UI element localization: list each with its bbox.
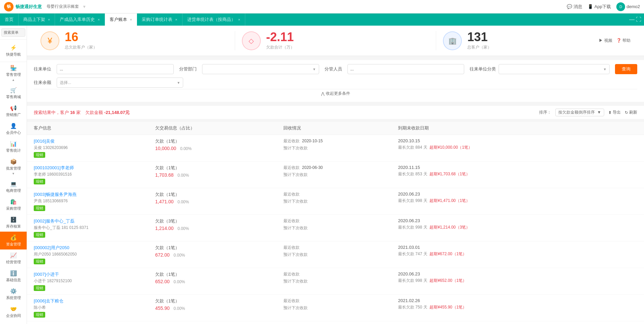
collect-info-cell: 最近收款 预计下次收款 — [283, 271, 398, 284]
sidebar-item-retail-mgmt[interactable]: 🏪 零售管理 ▲ — [0, 62, 27, 84]
overdue-link[interactable]: 超期¥652.00（1笔） — [429, 278, 467, 283]
collapse-btn[interactable]: ⋀ 收起更多条件 — [34, 89, 637, 98]
debt-amount-row: 672.00 0.00% — [155, 252, 283, 258]
table-row: [000002]用户2050 用户2050 18665062050 现销 欠款（… — [27, 241, 644, 268]
customer-code[interactable]: [0001020001]李老师 — [34, 165, 155, 171]
debt-info-cell: 欠款（3笔） 1,214.00 0.00% — [155, 218, 283, 231]
table-row: [0007]小进干 小进干 18279152100 现销 欠款（1笔） 652.… — [27, 268, 644, 295]
debt-percent: 0.00% — [177, 226, 189, 231]
customer-code[interactable]: [0006]去下粮仓 — [34, 298, 155, 304]
tab-close-icon[interactable]: × — [238, 18, 240, 22]
debt-percent: 0.00% — [177, 173, 189, 178]
sidebar-item-marketing[interactable]: 📢 营销推广 — [0, 102, 27, 120]
tab-close-icon[interactable]: × — [130, 18, 132, 22]
sidebar-quick-nav: ⚡ 快捷导航 — [0, 40, 27, 62]
stat-top-actions: ▶ 视频 ❓ 帮助 — [599, 38, 631, 43]
manager-dots: ... — [351, 67, 354, 71]
customer-info-cell: [0016]吴俊 吴俊 13026203696 现销 — [34, 138, 155, 158]
overdue-link[interactable]: 超期¥672.00（1笔） — [429, 252, 467, 256]
tab-stock-stats[interactable]: 进货单统计表（按商品） × — [183, 13, 245, 26]
debt-percent: 0.00% — [173, 253, 185, 258]
sidebar-item-ops-mgmt[interactable]: 📈 经营管理 — [0, 249, 27, 267]
results-prefix: 搜索结果中，客户 — [34, 110, 69, 115]
chevron-down-icon: ▼ — [603, 67, 607, 71]
sidebar-item-batch-mgmt[interactable]: 📦 批发管理 ▼ — [0, 156, 27, 178]
query-button[interactable]: 查询 — [615, 64, 637, 74]
tabs-minimize-btn[interactable]: — — [629, 17, 635, 23]
chevron-down-icon: ▲ — [12, 78, 15, 82]
results-bar: 搜索结果中，客户 16 家 欠款金额 -21,148.07元 排序： 按欠款金额… — [27, 106, 644, 119]
due-date-cell: 2020.06.23 最长欠款 998 天 超期¥1,471.00（1笔） — [398, 192, 637, 204]
sidebar-item-member[interactable]: 👤 会员中心 — [0, 120, 27, 138]
ops-icon: 📈 — [10, 252, 17, 259]
user-area[interactable]: D demo2 — [616, 2, 640, 11]
sidebar-item-retail-store[interactable]: 🛒 零售商城 — [0, 84, 27, 102]
sidebar-item-capital-mgmt[interactable]: 💰 资金管理 — [0, 232, 27, 249]
video-btn[interactable]: ▶ 视频 — [599, 38, 612, 43]
dept-select[interactable]: ▼ — [202, 64, 319, 74]
overdue-link[interactable]: 超期¥1,214.00（3笔） — [429, 225, 470, 230]
overdue-link[interactable]: 超期¥1,471.00（1笔） — [429, 198, 470, 203]
sidebar-item-basic-info[interactable]: ℹ️ 基础信息 — [0, 267, 27, 285]
message-label: 消息 — [573, 4, 582, 10]
customer-tag: 现销 — [34, 152, 45, 158]
customer-code[interactable]: [000002]用户2050 — [34, 245, 155, 251]
store-name: 母婴行业演示账套 — [47, 4, 79, 9]
tab-products-offline[interactable]: 商品上下架 × — [19, 13, 55, 26]
tabs-maximize-btn[interactable]: ⛶ — [636, 17, 641, 23]
table-row: [0001020001]李老师 李老师 18600391516 现销 欠款（1笔… — [27, 161, 644, 188]
customer-code[interactable]: [0003]畅捷服务尹海燕 — [34, 192, 155, 198]
tab-close-icon[interactable]: × — [48, 18, 50, 22]
sidebar-item-quick-nav[interactable]: ⚡ 快捷导航 — [0, 42, 27, 60]
overdue-link[interactable]: 超期¥455.90（1笔） — [429, 305, 467, 310]
tab-product-stock-history[interactable]: 产成品入库单历史 × — [55, 13, 105, 26]
search-menu-btn[interactable]: 搜索菜单 — [1, 28, 25, 37]
sidebar-item-enterprise-collab[interactable]: 🤝 企业协同 — [0, 303, 27, 321]
unit-type-select[interactable]: ▼ — [499, 64, 610, 74]
source-unit-label: 往来单位 — [34, 66, 54, 72]
overdue-link[interactable]: 超期¥10,000.00（1笔） — [429, 145, 472, 150]
refresh-btn[interactable]: ↻ 刷新 — [625, 110, 637, 115]
debt-count: 欠款（1笔） — [155, 192, 283, 198]
customer-code[interactable]: [0016]吴俊 — [34, 138, 155, 144]
help-btn[interactable]: ❓ 帮助 — [616, 38, 631, 43]
customer-code[interactable]: [0007]小进干 — [34, 271, 155, 277]
tab-close-icon[interactable]: × — [175, 18, 177, 22]
customer-info-cell: [0007]小进干 小进干 18279152100 现销 — [34, 271, 155, 291]
refresh-icon: ↻ — [625, 110, 628, 115]
overdue-link[interactable]: 超期¥1,703.68（1笔） — [429, 172, 470, 176]
source-unit-input[interactable]: ... — [57, 64, 174, 74]
sort-select[interactable]: 按欠款金额倒序排序 ▼ — [555, 109, 604, 116]
member-icon: 👤 — [10, 123, 17, 129]
basic-info-icon: ℹ️ — [10, 270, 17, 276]
balance-select[interactable]: 选择... ▼ — [57, 78, 183, 88]
export-btn[interactable]: ⬆ 导出 — [608, 110, 621, 115]
stat-icon-building: 🏢 — [443, 31, 462, 50]
sidebar-item-stock-check[interactable]: 🗄️ 库存核算 — [0, 214, 27, 232]
tab-close-icon[interactable]: × — [97, 18, 100, 22]
filter-area: 往来单位 ... 分管部门 ▼ 分管人员 ... — [27, 60, 644, 102]
message-btn[interactable]: 💬 消息 — [567, 4, 582, 10]
sidebar-item-new-guide[interactable]: 🆕 新手引导 — [0, 321, 27, 324]
sidebar-item-system[interactable]: ⚙️ 系统管理 — [0, 285, 27, 303]
due-date: 2020.10.15 — [398, 138, 637, 143]
tab-customer-account[interactable]: 客户账本 × — [105, 13, 137, 26]
last-collect: 最近收款 — [283, 271, 398, 277]
retail-stats-icon: 📊 — [10, 141, 17, 147]
app-download-btn[interactable]: 📱 App下载 — [588, 4, 611, 10]
manager-input[interactable]: ... — [347, 64, 465, 74]
next-collect: 预计下次收款 — [283, 252, 398, 258]
tab-purchase-order-stats[interactable]: 采购订单统计表 × — [137, 13, 182, 26]
customer-code[interactable]: [0002]服务中心_丁磊 — [34, 218, 155, 224]
dept-label: 分管部门 — [179, 66, 199, 72]
sort-chevron: ▼ — [597, 110, 601, 115]
refresh-label: 刷新 — [629, 110, 637, 115]
tab-home[interactable]: 首页 — [0, 13, 19, 26]
sort-label-text: 排序： — [539, 110, 551, 115]
store-dropdown-icon[interactable]: ▼ — [82, 4, 86, 9]
stat-value-total-customers: 131 — [467, 31, 492, 43]
sidebar-item-retail-stats[interactable]: 📊 零售统计 — [0, 138, 27, 156]
overdue-info: 最长欠款 998 天 超期¥1,471.00（1笔） — [398, 198, 637, 204]
sidebar-item-purchase[interactable]: 🛍️ 采购管理 — [0, 196, 27, 214]
sidebar-item-ecommerce[interactable]: 💻 电商管理 — [0, 178, 27, 196]
